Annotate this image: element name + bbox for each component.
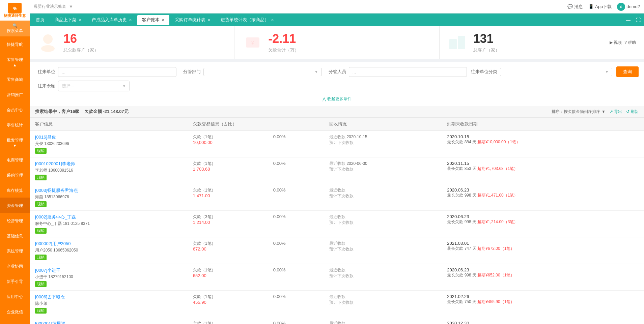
sort-arrow-icon: ▼: [601, 109, 606, 114]
message-btn[interactable]: 💬 消息: [567, 4, 583, 10]
tab-purchase-summary-close[interactable]: ✕: [207, 18, 211, 22]
balance-label: 往来余额: [35, 83, 55, 89]
debt-count: 欠款（3笔）: [193, 214, 262, 220]
tab-purchase-by-product[interactable]: 进货单统计表（按商品） ✕: [216, 15, 279, 25]
sidebar-item-batch-mgmt[interactable]: 批发管理 ▼: [0, 132, 30, 152]
debt-info-cell: 欠款（1笔） 1,703.68: [188, 157, 268, 184]
customer-name[interactable]: [0016]昌俊: [35, 134, 182, 140]
stat-debt-amount: ¥ -2.11 欠款合计（万）: [234, 26, 439, 59]
topbar-dropdown-icon[interactable]: ▼: [69, 4, 73, 9]
sidebar-item-inventory[interactable]: 库存核算: [0, 182, 30, 198]
due-date-cell: 2020.10.15 最长欠款 884 天 超期¥10,000.00（1笔）: [442, 131, 644, 157]
source-unit-input[interactable]: ...: [58, 67, 176, 77]
customer-name[interactable]: [0003]畅捷服务尹海燕: [35, 187, 182, 194]
customer-phone: 吴俊 13026203696: [35, 141, 182, 147]
user-avatar-btn[interactable]: d demo2: [617, 3, 640, 11]
next-recover-label: 预计下次收款: [329, 194, 354, 198]
sidebar-item-retail-store[interactable]: 零售商城: [0, 71, 30, 87]
tab-produce-history[interactable]: 产成品入库单历史 ✕: [87, 15, 137, 25]
customer-name[interactable]: [000001]黄思源: [35, 321, 182, 324]
sidebar-item-new-guide[interactable]: 新手引导: [0, 273, 30, 289]
overdue-amount[interactable]: 超期¥652.00（1笔）: [477, 273, 514, 277]
sidebar-item-finance-mgmt[interactable]: 资金管理: [0, 198, 30, 213]
sidebar: 畅 畅捷通好生意 🔍 搜索菜单 快捷导航 零售管理 ▲ 零售商城 营销推广 会员…: [0, 0, 30, 324]
due-date: 2021.03.01: [447, 241, 639, 246]
search-button[interactable]: 查询: [616, 66, 639, 77]
export-btn[interactable]: ↗ 导出: [610, 109, 622, 115]
stat-total-customers: 131 总客户（家） ▶ 视频 ? 帮助: [440, 26, 644, 59]
help-btn[interactable]: ? 帮助: [624, 40, 636, 46]
overdue-amount[interactable]: 超期¥1,471.00（1笔）: [477, 193, 518, 198]
debt-percent: 0.00%: [273, 214, 286, 219]
tab-customer-account[interactable]: 客户账本 ✕: [137, 15, 169, 25]
sidebar-item-vip-member[interactable]: 畅会员: [0, 319, 30, 324]
download-icon: 📱: [588, 4, 594, 9]
customer-tag: 现销: [35, 148, 47, 154]
debt-count: 欠款（1笔）: [193, 187, 262, 193]
help-label: 帮助: [628, 40, 636, 46]
tab-product-off-close[interactable]: ✕: [79, 18, 82, 22]
sidebar-item-enterprise-coop[interactable]: 企业协同: [0, 258, 30, 273]
tabs-maximize-btn[interactable]: ⛶: [634, 16, 643, 24]
sidebar-item-ecommerce[interactable]: 电商管理: [0, 152, 30, 167]
unit-category-select[interactable]: ▼: [500, 68, 612, 76]
due-date: 2020.06.23: [447, 214, 639, 219]
sidebar-item-quick-nav[interactable]: 快捷导航: [0, 36, 30, 52]
customer-name[interactable]: [0001020001]李老师: [35, 161, 182, 167]
tab-customer-account-close[interactable]: ✕: [162, 18, 165, 22]
sidebar-item-retail-mgmt[interactable]: 零售管理 ▲: [0, 52, 30, 71]
debt-count: 欠款（1笔）: [193, 321, 262, 324]
balance-select[interactable]: 选择... ▼: [58, 81, 130, 91]
app-download-btn[interactable]: 📱 App下载: [588, 4, 612, 10]
tabs-restore-btn[interactable]: —: [624, 16, 633, 24]
overdue-amount[interactable]: 超期¥1,703.68（1笔）: [477, 166, 518, 171]
col-recover: 回收情况: [324, 118, 442, 131]
last-recover-label: 最近收款: [329, 188, 345, 193]
sidebar-item-system-mgmt[interactable]: 系统管理: [0, 243, 30, 258]
sidebar-item-member-center[interactable]: 会员中心: [0, 102, 30, 117]
dept-select[interactable]: ▼: [203, 68, 322, 76]
overdue-days: 最长欠款 998 天 超期¥652.00（1笔）: [447, 272, 639, 278]
tab-purchase-summary[interactable]: 采购订单统计表 ✕: [170, 15, 215, 25]
debt-info-cell: 欠款（1笔） 652.00: [188, 264, 268, 291]
sidebar-item-business-mgmt[interactable]: 经营管理: [0, 213, 30, 228]
sort-selector[interactable]: 排序：按欠款金额倒序排序 ▼: [552, 109, 606, 115]
tab-purchase-by-product-close[interactable]: ✕: [271, 18, 274, 22]
overdue-amount[interactable]: 超期¥10,000.00（1笔）: [477, 140, 520, 144]
sidebar-search[interactable]: 🔍 搜索菜单: [0, 21, 30, 36]
customer-name[interactable]: [0002]服务中心_丁磊: [35, 214, 182, 220]
overdue-days: 最长欠款 747 天 超期¥672.00（1笔）: [447, 246, 639, 252]
sidebar-item-enterprise-wechat[interactable]: 企业微信: [0, 304, 30, 319]
filter-group-balance: 往来余额 选择... ▼: [35, 81, 130, 91]
customer-name[interactable]: [0006]去下粮仓: [35, 294, 182, 300]
tab-produce-history-close[interactable]: ✕: [129, 18, 132, 22]
view-video-btn[interactable]: ▶ 视频: [610, 40, 622, 46]
tab-product-off[interactable]: 商品上下架 ✕: [50, 15, 86, 25]
sidebar-item-retail-stats[interactable]: 零售统计: [0, 117, 30, 132]
filter-group-person: 分管人员 ...: [326, 67, 467, 77]
next-recover-label: 预计下次收款: [329, 247, 354, 252]
refresh-btn[interactable]: ↺ 刷新: [626, 109, 639, 115]
sidebar-item-base-info[interactable]: 基础信息: [0, 228, 30, 243]
total-customers-value: 131: [473, 32, 500, 46]
customer-phone: 李老师 18600391516: [35, 168, 182, 173]
debt-count: 欠款（1笔）: [193, 134, 262, 140]
sidebar-item-marketing[interactable]: 营销推广: [0, 87, 30, 102]
source-unit-label: 往来单位: [35, 69, 55, 75]
customer-tag: 现销: [35, 308, 47, 314]
sidebar-item-purchase-mgmt[interactable]: 采购管理: [0, 167, 30, 182]
person-input[interactable]: ...: [349, 67, 467, 77]
sidebar-item-app-center[interactable]: 应用中心: [0, 289, 30, 304]
overdue-amount[interactable]: 超期¥1,214.00（3笔）: [477, 219, 518, 224]
due-date: 2020.10.15: [447, 134, 639, 139]
overdue-amount[interactable]: 超期¥455.90（1笔）: [477, 299, 514, 304]
tab-home[interactable]: 首页: [31, 15, 49, 25]
collapse-btn[interactable]: ⋀ 收起更多条件: [35, 95, 639, 103]
export-icon: ↗: [610, 109, 613, 114]
customer-name[interactable]: [0007]小进干: [35, 267, 182, 273]
unit-category-label: 往来单位分类: [471, 69, 497, 75]
overdue-amount[interactable]: 超期¥672.00（1笔）: [477, 246, 514, 251]
unit-category-arrow-icon: ▼: [605, 70, 609, 74]
recover-cell: 最近收款 预计下次收款: [324, 264, 442, 291]
customer-name[interactable]: [000002]用户2050: [35, 241, 182, 247]
